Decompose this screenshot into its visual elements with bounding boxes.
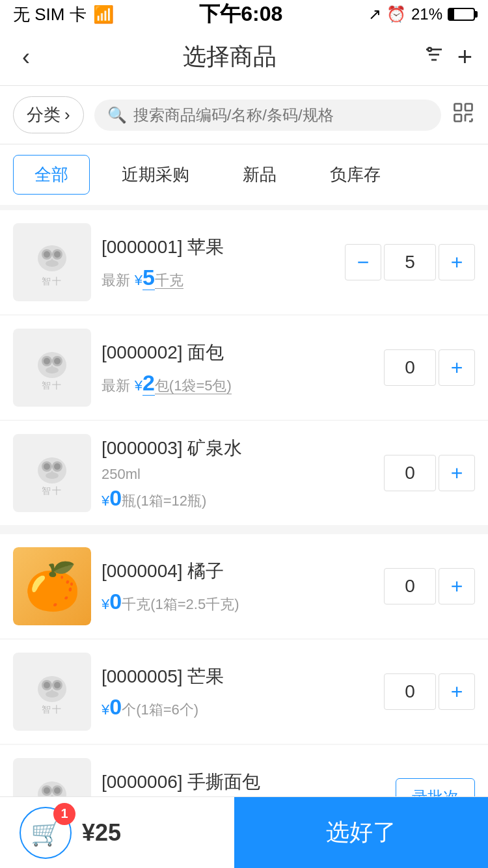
list-item: 智十 [0000005] 芒果 ¥0个(1箱=6个) 0 +	[0, 640, 488, 744]
list-item: 智十 [0000003] 矿泉水 250ml ¥0瓶(1箱=12瓶) 0 +	[0, 421, 488, 525]
search-icon: 🔍	[107, 106, 127, 124]
qty-plus-button[interactable]: +	[439, 455, 475, 491]
bottom-bar: 🛒 1 ¥25 选好了	[0, 796, 488, 868]
qty-plus-button[interactable]: +	[439, 349, 475, 386]
search-box: 🔍	[94, 100, 441, 131]
tab-negative[interactable]: 负库存	[308, 155, 402, 195]
qty-controls: 0 +	[384, 349, 475, 386]
product-list: 智十 [0000001] 苹果 最新 ¥5千克 − 5 +	[0, 210, 488, 868]
back-button[interactable]: ‹	[16, 37, 36, 77]
scan-icon[interactable]	[452, 101, 475, 129]
svg-point-3	[427, 47, 431, 51]
product-thumbnail: 智十	[13, 329, 91, 407]
qty-controls: 0 +	[384, 455, 475, 491]
nav-bar: ‹ 选择商品 +	[0, 29, 488, 86]
product-price: 最新 ¥2包(1袋=5包)	[102, 370, 373, 396]
cart-icon-wrap[interactable]: 🛒 1	[20, 807, 72, 859]
product-info: [0000004] 橘子 ¥0千克(1箱=2.5千克)	[102, 559, 373, 614]
product-thumbnail: 智十	[13, 223, 91, 301]
status-time: 下午6:08	[199, 0, 282, 29]
nav-actions: +	[424, 42, 472, 72]
product-info: [0000003] 矿泉水 250ml ¥0瓶(1箱=12瓶)	[102, 436, 373, 511]
svg-point-16	[46, 260, 59, 267]
qty-plus-button[interactable]: +	[439, 568, 475, 604]
owl-placeholder: 智十	[33, 668, 72, 716]
qty-controls: 0 +	[384, 673, 475, 710]
product-price: ¥0瓶(1箱=12瓶)	[102, 485, 373, 511]
product-thumbnail: 智十	[13, 653, 91, 731]
qty-value: 0	[384, 349, 436, 386]
product-spec: 250ml	[102, 466, 373, 483]
product-name: [0000004] 橘子	[102, 559, 373, 584]
section-separator	[0, 526, 488, 534]
owl-placeholder: 智十	[33, 450, 72, 497]
svg-rect-4	[455, 103, 462, 111]
tabs-bar: 全部 近期采购 新品 负库存	[0, 144, 488, 210]
qty-value: 0	[384, 568, 436, 604]
confirm-button[interactable]: 选好了	[234, 797, 488, 869]
product-price: ¥0个(1箱=6个)	[102, 694, 373, 720]
status-bar: 无 SIM 卡 📶 下午6:08 ↗ ⏰ 21%	[0, 0, 488, 29]
product-price: 最新 ¥5千克	[102, 265, 334, 290]
product-name: [0000001] 苹果	[102, 235, 334, 260]
cart-section: 🛒 1 ¥25	[0, 807, 234, 859]
search-input[interactable]	[133, 106, 428, 124]
filter-bar: 分类 › 🔍	[0, 86, 488, 144]
owl-placeholder: 智十	[33, 344, 72, 392]
cart-icon: 🛒	[31, 819, 61, 847]
product-thumbnail: 智十	[13, 434, 91, 512]
product-info: [0000001] 苹果 最新 ¥5千克	[102, 235, 334, 290]
list-item: 智十 [0000001] 苹果 最新 ¥5千克 − 5 +	[0, 210, 488, 314]
tab-recent[interactable]: 近期采购	[100, 155, 211, 195]
qty-controls: − 5 +	[345, 244, 475, 280]
svg-point-42	[44, 787, 50, 794]
filter-icon[interactable]	[424, 44, 444, 70]
owl-placeholder: 智十	[33, 237, 72, 288]
svg-point-28	[44, 463, 50, 470]
alarm-icon: ⏰	[386, 5, 406, 23]
svg-rect-5	[465, 103, 472, 111]
qty-value: 0	[384, 673, 436, 710]
product-name: [0000005] 芒果	[102, 664, 373, 689]
svg-point-15	[54, 251, 61, 258]
category-button[interactable]: 分类 ›	[13, 96, 84, 133]
svg-point-35	[44, 682, 50, 688]
qty-controls: 0 +	[384, 568, 475, 604]
product-name: [0000003] 矿泉水	[102, 436, 373, 461]
svg-point-29	[54, 463, 61, 470]
svg-point-30	[46, 472, 59, 479]
svg-point-22	[54, 358, 61, 364]
list-item: 🍊 [0000004] 橘子 ¥0千克(1箱=2.5千克) 0 +	[0, 534, 488, 638]
qty-plus-button[interactable]: +	[439, 673, 475, 710]
list-item: 智十 [0000002] 面包 最新 ¥2包(1袋=5包) 0 +	[0, 316, 488, 420]
status-right: ↗ ⏰ 21%	[368, 5, 475, 23]
qty-value: 5	[384, 244, 436, 280]
svg-point-36	[54, 682, 61, 688]
tab-all[interactable]: 全部	[13, 155, 90, 195]
product-info: [0000002] 面包 最新 ¥2包(1袋=5包)	[102, 340, 373, 396]
location-icon: ↗	[368, 5, 381, 23]
add-button[interactable]: +	[457, 42, 472, 72]
product-info: [0000005] 芒果 ¥0个(1箱=6个)	[102, 664, 373, 720]
svg-point-43	[54, 787, 61, 794]
status-carrier: 无 SIM 卡 📶	[13, 3, 114, 26]
tab-new[interactable]: 新品	[221, 155, 298, 195]
battery-icon	[448, 8, 475, 21]
svg-point-37	[46, 691, 59, 698]
product-name: [0000006] 手撕面包	[102, 770, 385, 794]
product-price: ¥0千克(1箱=2.5千克)	[102, 589, 373, 614]
svg-point-14	[44, 251, 50, 258]
svg-point-21	[44, 358, 50, 364]
cart-total: ¥25	[82, 819, 121, 847]
svg-rect-6	[455, 115, 462, 122]
qty-minus-button[interactable]: −	[345, 244, 381, 280]
cart-badge: 1	[53, 803, 75, 825]
qty-value: 0	[384, 455, 436, 491]
product-name: [0000002] 面包	[102, 340, 373, 365]
qty-plus-button[interactable]: +	[439, 244, 475, 280]
page-title: 选择商品	[183, 41, 277, 73]
svg-point-23	[46, 367, 59, 373]
product-thumbnail-orange: 🍊	[13, 547, 91, 625]
